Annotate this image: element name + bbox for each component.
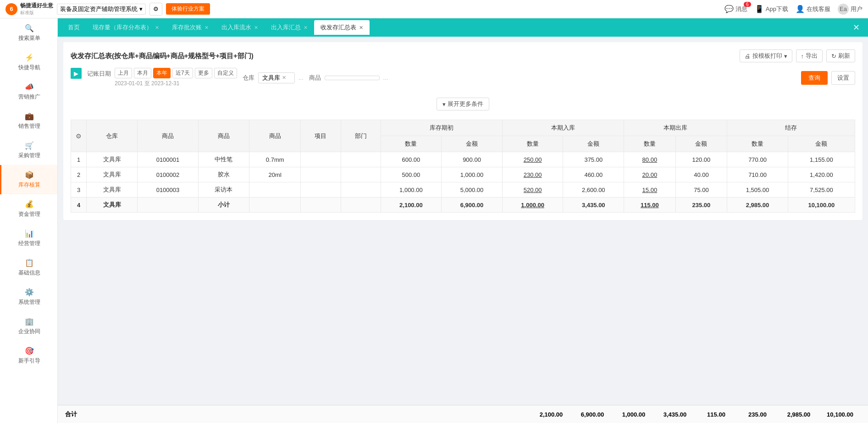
- cell-subtotal-opening-qty: 2,100.00: [381, 198, 442, 213]
- tab-close-inventory[interactable]: ✕: [155, 25, 159, 31]
- cell-warehouse-3: 文具库: [87, 182, 138, 198]
- cell-subtotal-in-qty[interactable]: 1,000.00: [502, 198, 563, 213]
- filter-actions: 查询 设置: [801, 71, 855, 85]
- cell-in-qty-3[interactable]: 520.00: [502, 182, 563, 198]
- logo-area: 6 畅捷通好生意 标准版: [6, 2, 53, 16]
- sidebar-item-basic-info[interactable]: 📋 基础信息: [0, 253, 57, 282]
- total-out-amt: 235.00: [737, 411, 778, 418]
- tab-close-batch[interactable]: ✕: [205, 25, 209, 31]
- tab-inout-summary[interactable]: 出入库汇总 ✕: [265, 20, 314, 35]
- table-settings-icon[interactable]: ⚙: [76, 132, 82, 140]
- tab-recv-summary[interactable]: 收发存汇总表 ✕: [314, 20, 370, 35]
- online-service-button[interactable]: 👤 在线客服: [796, 5, 830, 13]
- sidebar-item-enterprise[interactable]: 🏢 企业协同: [0, 312, 57, 341]
- cell-name-2: 胶水: [198, 167, 249, 182]
- cell-closing-amt-3: 7,525.00: [788, 182, 855, 198]
- cell-subtotal-dept: [341, 198, 381, 213]
- tab-home[interactable]: 首页: [61, 20, 86, 35]
- user-button[interactable]: Ea 用户: [838, 4, 862, 15]
- cell-out-amt-1: 120.00: [675, 152, 727, 167]
- expand-conditions-button[interactable]: ▾ 展开更多条件: [437, 98, 489, 110]
- date-btn-this-year[interactable]: 本年: [153, 68, 171, 78]
- warehouse-input[interactable]: 文具库 ✕: [258, 72, 295, 83]
- date-buttons: 上月 本月 本年 近7天 更多 自定义: [115, 68, 237, 78]
- refresh-button[interactable]: ↻ 刷新: [826, 49, 855, 62]
- col-closing-qty: 数量: [727, 136, 788, 152]
- tab-bar: 首页 现存量（库存分布表） ✕ 库存批次账 ✕ 出入库流水 ✕ 出入库汇总 ✕: [58, 18, 868, 37]
- col-warehouse: 仓库: [87, 120, 138, 152]
- sidebar-item-system[interactable]: ⚙️ 系统管理: [0, 282, 57, 312]
- sidebar-item-finance[interactable]: 💰 资金管理: [0, 194, 57, 224]
- cell-dept-3: [341, 182, 381, 198]
- settings-icon[interactable]: ⚙: [149, 3, 162, 16]
- tab-close-inout-flow[interactable]: ✕: [254, 25, 258, 31]
- total-label: 合计: [65, 410, 166, 418]
- cell-subtotal-in-amt: 3,435.00: [563, 198, 624, 213]
- refresh-icon: ↻: [831, 53, 836, 60]
- cell-out-qty-3[interactable]: 15.00: [624, 182, 676, 198]
- cell-in-qty-2[interactable]: 230.00: [502, 167, 563, 182]
- avatar: Ea: [838, 4, 849, 15]
- col-project: 项目: [301, 120, 341, 152]
- sidebar-item-inventory[interactable]: 📦 库存核算: [0, 165, 57, 194]
- sidebar-item-marketing[interactable]: 📣 营销推广: [0, 77, 57, 106]
- goods-input[interactable]: [325, 76, 380, 80]
- table-row: 1 文具库 0100001 中性笔 0.7mm 600.00 900.00 25…: [71, 152, 855, 167]
- warehouse-tag-close[interactable]: ✕: [282, 75, 286, 81]
- date-btn-this-month[interactable]: 本月: [134, 68, 151, 78]
- total-in-qty: 1,000.00: [613, 411, 654, 418]
- cell-subtotal-out-qty[interactable]: 115.00: [624, 198, 676, 213]
- cell-spec-1: 0.7mm: [249, 152, 301, 167]
- tab-inventory[interactable]: 现存量（库存分布表） ✕: [86, 20, 166, 35]
- date-btn-7days[interactable]: 近7天: [172, 68, 193, 78]
- cell-project-3: [301, 182, 341, 198]
- sidebar-item-quick-nav[interactable]: ⚡ 快捷导航: [0, 48, 57, 77]
- col-code: 商品: [138, 120, 199, 152]
- search-icon: 🔍: [25, 24, 34, 33]
- message-button[interactable]: 💬 消息 6: [724, 5, 747, 13]
- experience-button[interactable]: 体验行业方案: [166, 3, 210, 15]
- date-btn-last-month[interactable]: 上月: [115, 68, 132, 78]
- page-title: 收发存汇总表(按仓库+商品编码+商品+规格型号+项目+部门): [71, 52, 254, 60]
- cell-opening-qty-1: 600.00: [381, 152, 442, 167]
- page-card: 收发存汇总表(按仓库+商品编码+商品+规格型号+项目+部门) 🖨 按模板打印 ▾…: [63, 42, 862, 220]
- goods-filter-section: 商品 ...: [309, 74, 388, 82]
- col-opening-amt: 金额: [442, 136, 503, 152]
- cell-name-3: 采访本: [198, 182, 249, 198]
- date-btn-more[interactable]: 更多: [195, 68, 212, 78]
- warehouse-more-button[interactable]: ...: [299, 74, 304, 81]
- top-bar-right: 💬 消息 6 📱 App下载 👤 在线客服 Ea 用户: [724, 4, 862, 15]
- tab-batch[interactable]: 库存批次账 ✕: [166, 20, 215, 35]
- cell-out-qty-1[interactable]: 80.00: [624, 152, 676, 167]
- sidebar-item-guide[interactable]: 🎯 新手引导: [0, 341, 57, 370]
- date-btn-custom[interactable]: 自定义: [214, 68, 237, 78]
- toggle-filter-button[interactable]: ▶: [71, 68, 82, 79]
- query-button[interactable]: 查询: [801, 71, 828, 85]
- cell-no-1: 1: [71, 152, 87, 167]
- filter-settings-button[interactable]: 设置: [831, 71, 855, 85]
- col-group-opening: 库存期初: [381, 120, 502, 136]
- cell-dept-2: [341, 167, 381, 182]
- total-closing-amt: 10,100.00: [819, 411, 861, 418]
- export-button[interactable]: ↑ 导出: [796, 49, 823, 62]
- app-download-button[interactable]: 📱 App下载: [755, 5, 788, 13]
- sidebar-item-sales[interactable]: 💼 销售管理: [0, 106, 57, 136]
- close-all-tabs-button[interactable]: ✕: [853, 22, 860, 33]
- goods-more-button[interactable]: ...: [383, 74, 388, 81]
- cell-in-qty-1[interactable]: 250.00: [502, 152, 563, 167]
- cell-no-2: 2: [71, 167, 87, 182]
- tab-close-inout-summary[interactable]: ✕: [304, 25, 308, 31]
- sidebar-item-purchase[interactable]: 🛒 采购管理: [0, 136, 57, 165]
- cell-code-3: 0100003: [138, 182, 199, 198]
- print-button[interactable]: 🖨 按模板打印 ▾: [740, 49, 792, 62]
- tab-inout-flow[interactable]: 出入库流水 ✕: [215, 20, 265, 35]
- cell-out-qty-2[interactable]: 20.00: [624, 167, 676, 182]
- sidebar-item-operations[interactable]: 📊 经营管理: [0, 224, 57, 253]
- system-selector[interactable]: 装备及固定资产辅助管理系统 ▾: [57, 4, 146, 15]
- cell-opening-qty-2: 500.00: [381, 167, 442, 182]
- chevron-down-icon: ▾: [139, 5, 143, 12]
- enterprise-icon: 🏢: [25, 317, 34, 326]
- tab-close-recv-summary[interactable]: ✕: [359, 25, 363, 31]
- sidebar-item-search[interactable]: 🔍 搜索菜单: [0, 18, 57, 48]
- cell-subtotal-spec: [249, 198, 301, 213]
